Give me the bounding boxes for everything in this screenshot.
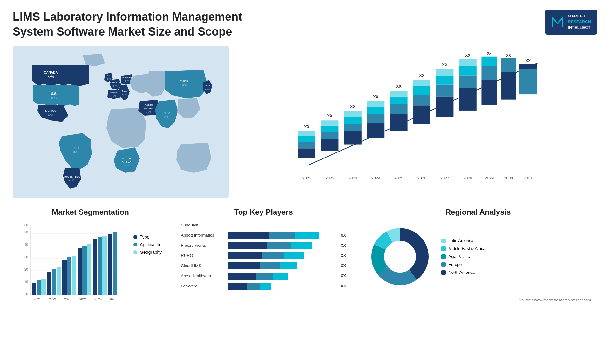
legend-geography-color <box>133 250 137 254</box>
regional-container: Regional Analysis <box>359 205 597 332</box>
player-ruro-value: XX <box>341 253 346 258</box>
germany-value: xx% <box>125 79 129 82</box>
year-2030: 2030 <box>504 176 513 180</box>
seg-x-2026: 2026 <box>109 298 117 301</box>
legend-europe: Europe <box>441 262 485 267</box>
bar-2027-light <box>436 76 454 84</box>
seg-2024-app <box>82 246 87 295</box>
legend-asia-pacific-label: Asia Pacific <box>448 254 470 259</box>
saudi-value: xx% <box>146 111 151 114</box>
player-sunquest-bar <box>228 222 346 229</box>
year-2025: 2025 <box>394 176 403 180</box>
segmentation-chart: 0 10 20 30 40 50 60 <box>19 222 121 311</box>
player-cloudlims-mid <box>260 262 280 269</box>
year-2022: 2022 <box>325 176 334 180</box>
key-players-container: Top Key Players Sunquest Abbott Informat… <box>174 205 352 332</box>
bar-chart-container: XX XX XX XX <box>238 46 597 198</box>
italy-label: ITALY <box>121 90 128 92</box>
player-labware-dark <box>228 283 247 290</box>
svg-text:20: 20 <box>24 268 28 271</box>
brazil-label: BRAZIL <box>70 146 80 150</box>
year-2024: 2024 <box>371 176 380 180</box>
player-sunquest: Sunquest <box>181 222 346 229</box>
bar-2023-dark <box>344 131 362 144</box>
player-labware-value: XX <box>341 284 346 288</box>
player-ruro-light <box>284 252 303 259</box>
seg-2022-geo <box>57 267 61 295</box>
spain-value: xx% <box>111 95 116 98</box>
seg-2024-type <box>78 248 82 295</box>
legend-type-label: Type <box>140 234 149 239</box>
player-labware-mid <box>247 283 261 290</box>
bar-2022-lighter <box>321 120 339 126</box>
legend-latin-america-label: Latin America <box>448 238 473 243</box>
donut-legend: Latin America Middle East & Africa Asia … <box>441 238 485 275</box>
bar-2023-light <box>344 117 362 124</box>
logo-box: MARKET RESEARCH INTELLECT <box>545 10 597 35</box>
seg-2025-type <box>93 239 97 295</box>
bar-2026-lighter <box>413 80 430 86</box>
year-2021: 2021 <box>302 176 311 180</box>
player-cloudlims-bar <box>228 262 336 269</box>
france-label: FRANCE <box>110 81 120 84</box>
legend-north-america-label: North America <box>448 270 474 275</box>
southafrica-label2: AFRICA <box>122 160 131 163</box>
player-ruro-mid <box>262 252 284 259</box>
player-cloudlims: CloudLIMS XX <box>181 262 346 269</box>
legend-north-america-color <box>441 270 446 275</box>
year-2028: 2028 <box>463 176 472 180</box>
bar-2026-dark <box>413 105 430 124</box>
bar-2026-mid <box>413 95 430 105</box>
header: LIMS Laboratory Information Management S… <box>13 10 597 39</box>
player-labware-name: LabWare <box>181 284 225 288</box>
bar-2024-label: XX <box>373 94 378 99</box>
player-abbott-light <box>295 232 319 239</box>
svg-text:40: 40 <box>24 243 28 246</box>
canada-value: xx% <box>48 75 54 78</box>
legend-latin-america: Latin America <box>441 238 485 243</box>
player-abbott-dark <box>228 232 269 239</box>
legend-latin-america-color <box>441 239 446 243</box>
seg-x-2024: 2024 <box>79 298 87 301</box>
southafrica-value: xx% <box>124 164 129 167</box>
legend-geography: Geography <box>133 250 162 255</box>
player-freezerworks-bar <box>228 242 336 249</box>
bar-2028-dark <box>459 88 477 110</box>
seg-2023-geo <box>72 256 76 295</box>
legend-asia-pacific-color <box>441 254 446 259</box>
seg-2025-app <box>98 237 102 295</box>
seg-2026-type <box>108 234 112 295</box>
player-apex: Apex Healthware XX <box>181 273 346 280</box>
legend-geography-label: Geography <box>140 250 162 255</box>
seg-2022-type <box>47 272 51 295</box>
legend-asia-pacific: Asia Pacific <box>441 254 485 259</box>
donut-area: Latin America Middle East & Africa Asia … <box>365 222 591 292</box>
germany-label: GERMANY <box>121 76 134 79</box>
map-svg: CANADA xx% U.S. xx% MEXICO xx% BRAZIL xx… <box>13 46 229 198</box>
player-abbott: Abbott Informatics XX <box>181 232 346 239</box>
spain-label: SPAIN <box>110 91 118 94</box>
bar-2023-label: XX <box>350 104 356 109</box>
argentina-value: xx% <box>69 179 74 182</box>
player-freezerworks-value: XX <box>341 243 346 248</box>
legend-type: Type <box>133 234 162 239</box>
bar-chart-svg: XX XX XX XX <box>241 52 591 195</box>
japan-value: xx% <box>205 88 209 91</box>
bar-2031-mid2 <box>519 79 537 94</box>
legend-europe-color <box>441 262 446 267</box>
bar-2022-dark <box>321 139 339 151</box>
bar-2028-light <box>459 66 477 75</box>
uk-label: U.K. <box>106 74 111 77</box>
seg-x-2021: 2021 <box>34 298 41 301</box>
logo-text: MARKET RESEARCH INTELLECT <box>568 13 591 31</box>
uk-value: xx% <box>106 78 111 80</box>
donut-center <box>384 241 416 273</box>
india-label: INDIA <box>163 111 170 115</box>
legend-north-america: North America <box>441 270 485 275</box>
bar-2023-lighter <box>344 111 362 117</box>
player-apex-light <box>273 273 288 280</box>
bar-2030-mid <box>501 58 516 72</box>
us-label: U.S. <box>51 92 57 96</box>
player-apex-mid <box>256 273 274 280</box>
mexico-value: xx% <box>48 113 53 116</box>
